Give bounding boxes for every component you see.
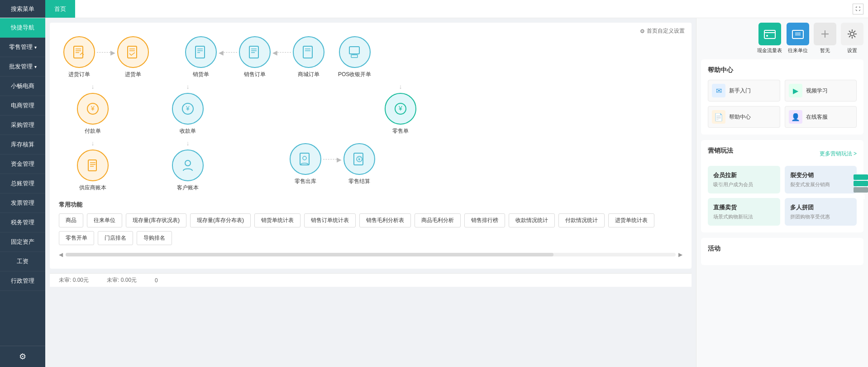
sidebar-settings-btn[interactable]: ⚙ [0,346,45,367]
sidebar-item-fixed-assets[interactable]: 固定资产 [0,232,45,252]
marketing-item-group[interactable]: 多人拼团 拼团购物享受优惠 [785,198,857,226]
beginner-icon: ✉ [712,84,725,97]
float-btn-community[interactable]: 服务社区 [854,181,868,186]
fission-desc: 裂变式发展分销商 [790,181,852,188]
home-tab[interactable]: 首页 [45,0,75,18]
float-btn-desktop[interactable]: 桌面快捷 [854,187,868,193]
func-btn-stock-status[interactable]: 现存量(库存状况表) [126,213,186,227]
node-purchase-receipt[interactable]: 进货单 [117,36,149,78]
scroll-track[interactable] [66,253,676,256]
supplier-icon [77,150,109,181]
quick-icon-contacts[interactable]: 往来单位 [787,23,809,54]
sidebar-item-invoice[interactable]: 发票管理 [0,193,45,213]
sidebar-item-admin[interactable]: 行政管理 [0,271,45,291]
sidebar-item-wholesale[interactable]: 批发管理 ▾ [0,57,45,77]
sidebar-item-salary[interactable]: 工资 [0,252,45,271]
common-functions-title: 常用功能 [59,201,682,209]
func-btn-stock-dist[interactable]: 现存量(库存分布表) [190,213,251,227]
more-marketing-link[interactable]: 更多营销玩法 > [820,150,857,158]
func-btn-retail-order[interactable]: 零售开单 [59,231,94,245]
func-btn-sales-profit[interactable]: 销售毛利分析表 [359,213,411,227]
node-payment[interactable]: ¥ 付款单 [77,93,109,135]
sidebar-item-general-ledger[interactable]: 总账管理 [0,174,45,193]
mall-order-label: 商城订单 [298,71,320,78]
func-btn-sales-stat[interactable]: 销货单统计表 [254,213,300,227]
down-arrow-4: ↓ [77,137,109,150]
svg-rect-0 [74,46,83,58]
flow-row-3: ↓ 供应商账本 ↓ [63,137,682,192]
marketing-item-fission[interactable]: 裂变分销 裂变式发展分销商 [785,166,857,193]
cashflow-icon-box [758,23,781,45]
marketing-grid: 会员拉新 吸引用户成为会员 裂变分销 裂变式发展分销商 直播卖货 场景式购物新玩… [708,166,857,226]
func-btn-sales-order-stat[interactable]: 销售订单统计表 [304,213,356,227]
sidebar-item-label: 批发管理 [9,63,33,71]
node-mall-order[interactable]: 商城订单 [293,36,324,78]
node-sales-bill[interactable]: 销货单 [185,36,217,78]
node-sales-order[interactable]: 销售订单 [239,36,271,78]
none-icon-box [814,23,836,45]
video-label: 视频学习 [806,87,828,95]
arrow-1: ▶ [97,49,115,66]
sales-bill-label: 销货单 [193,71,209,78]
sidebar-item-ecommerce-mgmt[interactable]: 电商管理 [0,96,45,116]
sidebar-item-ecommerce-small[interactable]: 小畅电商 [0,77,45,96]
retail-order-icon: ¥ [385,93,416,125]
help-item-video[interactable]: ▶ 视频学习 [785,80,857,101]
func-btn-store-rank[interactable]: 门店排名 [98,231,133,245]
sidebar-item-label: 工资 [17,257,29,266]
help-item-chat[interactable]: 👤 在线客服 [785,106,857,128]
group-title: 多人拼团 [790,203,852,212]
marketing-item-member[interactable]: 会员拉新 吸引用户成为会员 [708,166,780,193]
sidebar-item-quick-nav[interactable]: 快捷导航 [0,18,45,38]
mall-order-icon [293,36,324,68]
cashflow-label: 现金流量表 [757,47,782,54]
marketing-section: 营销玩法 更多营销玩法 > 会员拉新 吸引用户成为会员 裂变分销 裂变式发展分销… [701,140,863,232]
help-item-help[interactable]: 📄 帮助中心 [708,106,780,128]
quick-icon-settings[interactable]: 设置 [841,23,863,54]
chat-icon: 👤 [789,110,802,124]
node-pos-register[interactable]: POS收银开单 [338,36,371,78]
chat-label: 在线客服 [806,113,828,121]
sidebar-item-purchase[interactable]: 采购管理 [0,116,45,135]
func-btn-contacts[interactable]: 往来单位 [87,213,122,227]
func-btn-product[interactable]: 商品 [59,213,83,227]
node-purchase-order[interactable]: 进货订单 [63,36,95,78]
func-btn-product-profit[interactable]: 商品毛利分析 [415,213,461,227]
top-bar: 搜索菜单 首页 ⛶ [0,0,868,18]
node-retail-outbound[interactable]: 零售出库 [290,143,321,185]
sidebar-item-inventory[interactable]: 库存核算 [0,135,45,155]
float-btn-hotline[interactable]: 客服热线 [854,174,868,180]
svg-point-39 [766,35,768,37]
sidebar-item-label: 电商管理 [11,101,34,110]
bottom-stat-3: 0 [155,277,158,284]
sidebar-item-funds[interactable]: 资金管理 [0,155,45,174]
sidebar-item-retail[interactable]: 零售管理 ▾ [0,38,45,57]
svg-rect-19 [351,55,358,58]
node-retail-order[interactable]: ¥ 零售单 [385,93,416,135]
scroll-left-btn[interactable]: ◀ [59,251,63,258]
quick-icon-cashflow[interactable]: 现金流量表 [757,23,782,54]
node-retail-settlement[interactable]: ¥ 零售结算 [343,143,375,185]
func-btn-guide-rank[interactable]: 导购排名 [137,231,172,245]
func-btn-sales-rank[interactable]: 销售排行榜 [464,213,505,227]
svg-rect-18 [349,47,359,54]
quick-nav-card: ⚙ 首页自定义设置 进货订单 [50,23,692,269]
sidebar-item-tax[interactable]: 税务管理 [0,213,45,232]
expand-icon[interactable]: ⛶ [853,4,863,14]
customer-icon [172,150,204,181]
purchase-order-label: 进货订单 [68,71,90,78]
func-btn-payment-stat[interactable]: 付款情况统计 [558,213,605,227]
func-btn-receipt-stat[interactable]: 收款情况统计 [509,213,555,227]
help-item-beginner[interactable]: ✉ 新手入门 [708,80,780,101]
node-customer[interactable]: 客户账本 [172,150,204,192]
search-menu-btn[interactable]: 搜索菜单 [0,0,45,18]
marketing-item-live[interactable]: 直播卖货 场景式购物新玩法 [708,198,780,226]
quick-icon-none[interactable]: 暂无 [814,23,836,54]
retail-order-label: 零售单 [392,127,409,135]
sidebar-item-label: 总账管理 [11,179,34,188]
node-supplier[interactable]: 供应商账本 [77,150,109,192]
node-receipt[interactable]: ¥ 收款单 [172,93,204,135]
customize-btn[interactable]: ⚙ 首页自定义设置 [640,27,685,35]
scroll-right-btn[interactable]: ▶ [678,251,682,258]
func-btn-purchase-stat[interactable]: 进货单统计表 [608,213,654,227]
